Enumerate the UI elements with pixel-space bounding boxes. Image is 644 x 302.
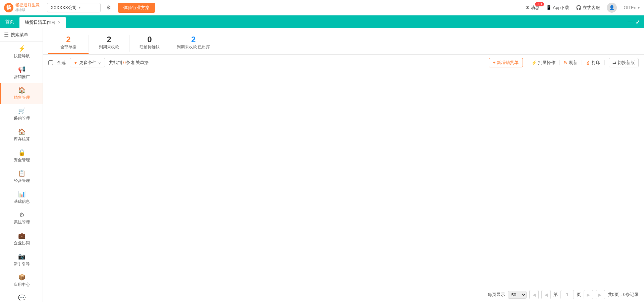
content-area: 2 全部单据 2 到期未收款 0 旺铺待确认 2 到期未收款 已出库 全选 xyxy=(43,28,644,302)
sidebar-label-guide: 新手引导 xyxy=(14,261,30,267)
switch-version-button[interactable]: ⇄ 切换新版 xyxy=(609,58,639,67)
tab-close-icon[interactable]: × xyxy=(58,20,60,25)
last-page-button[interactable]: ▶| xyxy=(596,290,605,299)
search-icon: ☰ xyxy=(4,32,9,38)
current-page-input[interactable] xyxy=(560,290,574,299)
sidebar-item-enterprise[interactable]: 💼 企业协同 xyxy=(0,229,43,249)
sidebar-label-sales: 销售管理 xyxy=(14,95,30,101)
add-sale-order-button[interactable]: + 新增销货单 xyxy=(489,58,523,67)
page-label: 第 xyxy=(553,292,558,298)
message-badge: 99+ xyxy=(535,2,544,6)
toolbar-divider-3 xyxy=(582,60,582,65)
user-label: OfTEn xyxy=(624,5,636,10)
sidebar-label-marketing: 营销推广 xyxy=(14,74,30,80)
batch-label: 批量操作 xyxy=(538,60,555,66)
batch-icon: ⚡ xyxy=(531,60,537,65)
quick-nav-icon: ⚡ xyxy=(18,45,25,52)
stat-label-all: 全部单据 xyxy=(60,44,76,50)
app-name: 畅捷通好生意 xyxy=(15,3,40,8)
sales-icon: 🏠 xyxy=(18,86,25,94)
toolbar-divider-4 xyxy=(604,60,605,65)
inventory-icon: 🏠 xyxy=(18,128,25,135)
sidebar-label-sys-mgmt: 系统管理 xyxy=(14,220,30,225)
marketing-icon: 📢 xyxy=(18,66,25,73)
trial-button[interactable]: 体验行业方案 xyxy=(118,3,155,13)
message-button[interactable]: ✉ 消息 99+ xyxy=(526,5,539,11)
stat-number-pending: 0 xyxy=(147,35,152,44)
sidebar-label-app-center: 应用中心 xyxy=(14,282,30,288)
settings-button[interactable]: ⚙ xyxy=(103,2,114,13)
sidebar-item-purchase[interactable]: 🛒 采购管理 xyxy=(0,104,43,125)
sidebar-item-weixin[interactable]: 💬 企业微信 xyxy=(0,291,43,302)
app-edition: 标准版 xyxy=(15,8,40,12)
toolbar-divider-1 xyxy=(527,60,527,65)
sidebar-item-guide[interactable]: 📷 新手引导 xyxy=(0,249,43,270)
sidebar-item-finance[interactable]: 🔒 资金管理 xyxy=(0,145,43,166)
finance-icon: 🔒 xyxy=(18,149,25,156)
sidebar-item-operation[interactable]: 📋 经营管理 xyxy=(0,166,43,187)
user-avatar[interactable]: 👤 xyxy=(607,3,617,13)
refresh-button[interactable]: ↻ 刷新 xyxy=(564,60,578,66)
home-tab-label: 首页 xyxy=(5,19,14,25)
stat-label-overdue: 到期未收款 xyxy=(99,44,119,50)
sidebar-item-quick-nav[interactable]: ⚡ 快捷导航 xyxy=(0,42,43,62)
first-page-button[interactable]: |◀ xyxy=(529,290,539,299)
stat-tab-shipped[interactable]: 2 到期未收款 已出库 xyxy=(170,32,217,54)
toolbar: 全选 ▼ 更多条件 ∨ 共找到 0条 相关单据 + 新增销货单 ⚡ 批量操作 ↻ xyxy=(43,55,644,71)
filter-label: 更多条件 xyxy=(79,60,97,66)
switch-label: 切换新版 xyxy=(618,60,635,66)
filter-icon: ▼ xyxy=(73,60,78,65)
tab-maximize-icon[interactable]: ⤢ xyxy=(636,19,640,25)
company-selector[interactable]: XXXXXX公司 ▾ xyxy=(47,3,101,12)
sidebar: ☰ 搜索菜单 ⚡ 快捷导航 📢 营销推广 🏠 销售管理 🛒 采购管理 🏠 库存核… xyxy=(0,28,43,302)
sidebar-item-sales[interactable]: 🏠 销售管理 xyxy=(0,83,43,104)
logo-area: 畅 畅捷通好生意 标准版 xyxy=(4,3,47,13)
sidebar-item-sys-mgmt[interactable]: ⚙ 系统管理 xyxy=(0,208,43,229)
app-download-button[interactable]: 📱 App下载 xyxy=(546,5,569,11)
print-icon: 🖨 xyxy=(586,60,590,65)
user-chevron-icon: ▾ xyxy=(638,5,640,10)
page-unit: 页 xyxy=(577,292,581,298)
stat-tab-pending[interactable]: 0 旺铺待确认 xyxy=(129,32,170,54)
sidebar-search-menu[interactable]: ☰ 搜索菜单 xyxy=(0,28,43,42)
online-service-button[interactable]: 🎧 在线客服 xyxy=(576,5,600,11)
tab-minimize-icon[interactable]: — xyxy=(628,19,633,25)
stat-label-shipped: 到期未收款 已出库 xyxy=(177,44,210,50)
sidebar-label-enterprise: 企业协同 xyxy=(14,240,30,246)
tab-home[interactable]: 首页 xyxy=(0,15,19,28)
toolbar-right: + 新增销货单 ⚡ 批量操作 ↻ 刷新 🖨 打印 ⇄ xyxy=(489,58,639,67)
found-count: 0 xyxy=(123,60,126,65)
toolbar-divider-2 xyxy=(559,60,560,65)
operation-icon: 📋 xyxy=(18,170,25,177)
total-info: 共0页，0条记录 xyxy=(608,292,639,298)
filter-button[interactable]: ▼ 更多条件 ∨ xyxy=(70,58,105,67)
header-right: ✉ 消息 99+ 📱 App下载 🎧 在线客服 👤 OfTEn ▾ xyxy=(526,3,640,13)
daily-work-tab-label: 钱货日清工作台 xyxy=(25,19,55,25)
base-info-icon: 📊 xyxy=(18,190,25,198)
tab-daily-work[interactable]: 钱货日清工作台 × xyxy=(19,17,66,28)
stat-tab-all[interactable]: 2 全部单据 xyxy=(48,32,89,54)
batch-action-button[interactable]: ⚡ 批量操作 xyxy=(531,60,555,66)
per-page-select[interactable]: 50 100 200 xyxy=(508,291,527,299)
sidebar-label-finance: 资金管理 xyxy=(14,157,30,163)
stat-label-pending: 旺铺待确认 xyxy=(140,44,160,50)
next-page-button[interactable]: ▶ xyxy=(584,290,593,299)
sidebar-label-inventory: 库存核算 xyxy=(14,136,30,142)
prev-page-button[interactable]: ◀ xyxy=(541,290,551,299)
message-icon: ✉ xyxy=(526,5,529,10)
sidebar-item-app-center[interactable]: 📦 应用中心 xyxy=(0,270,43,291)
select-all-label: 全选 xyxy=(57,60,66,66)
stat-tab-overdue[interactable]: 2 到期未收款 xyxy=(89,32,129,54)
company-name: XXXXXX公司 xyxy=(51,5,77,11)
sidebar-item-inventory[interactable]: 🏠 库存核算 xyxy=(0,125,43,145)
print-button[interactable]: 🖨 打印 xyxy=(586,60,600,66)
found-text: 共找到 0条 相关单据 xyxy=(109,60,149,66)
sidebar-item-marketing[interactable]: 📢 营销推广 xyxy=(0,62,43,83)
sidebar-item-base-info[interactable]: 📊 基础信息 xyxy=(0,187,43,208)
user-name[interactable]: OfTEn ▾ xyxy=(624,5,640,10)
select-all-checkbox[interactable] xyxy=(48,60,53,65)
sys-mgmt-icon: ⚙ xyxy=(19,211,24,219)
top-header: 畅 畅捷通好生意 标准版 XXXXXX公司 ▾ ⚙ 体验行业方案 ✉ 消息 99… xyxy=(0,0,644,15)
stats-tabs: 2 全部单据 2 到期未收款 0 旺铺待确认 2 到期未收款 已出库 xyxy=(43,28,644,55)
sidebar-label-purchase: 采购管理 xyxy=(14,116,30,121)
